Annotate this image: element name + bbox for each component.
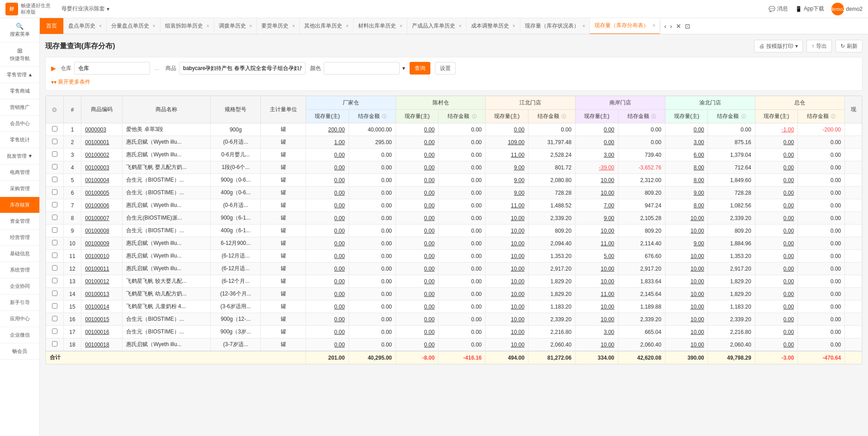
sidebar-item-search[interactable]: 🔍 搜索英单 [0, 18, 39, 42]
row-w2-curr[interactable]: 0.00 [396, 161, 439, 174]
row-w4-curr[interactable]: 0.00 [576, 123, 618, 136]
row-w4-curr[interactable]: 10.00 [576, 225, 618, 237]
row-code[interactable]: 00100009 [81, 237, 123, 250]
row-w2-curr[interactable]: 0.00 [396, 225, 439, 237]
info-icon-2[interactable]: ⓘ [472, 114, 476, 119]
row-w5-curr[interactable]: 10.00 [665, 326, 708, 338]
row-w5-curr[interactable]: 10.00 [665, 275, 708, 288]
row-w5-curr[interactable]: 8.00 [665, 174, 708, 187]
row-w4-curr[interactable]: 10.00 [576, 275, 618, 288]
sidebar-item-nav[interactable]: ⊞ 快捷导航 [0, 42, 39, 67]
row-checkbox[interactable] [46, 123, 64, 136]
row-code[interactable]: 00100013 [81, 288, 123, 300]
row-w3-curr[interactable]: 10.00 [486, 212, 528, 225]
row-w2-curr[interactable]: 0.00 [396, 149, 439, 161]
row-w1-curr[interactable]: 0.00 [306, 300, 349, 313]
tab-close-stock-distribution[interactable]: × [652, 23, 655, 28]
row-w3-curr[interactable]: 11.00 [486, 199, 528, 212]
row-wt-curr[interactable]: 0.00 [755, 237, 798, 250]
row-w5-curr[interactable]: 10.00 [665, 263, 708, 275]
row-wt-curr[interactable]: 0.00 [755, 326, 798, 338]
row-w4-curr[interactable]: 10.00 [576, 338, 618, 352]
row-code[interactable]: 00100010 [81, 250, 123, 263]
message-btn[interactable]: 💬 消息 [769, 5, 788, 13]
print-btn[interactable]: 🖨 按模版打印 ▾ [754, 40, 803, 52]
row-w1-curr[interactable]: 0.00 [306, 338, 349, 352]
row-w1-curr[interactable]: 0.00 [306, 199, 349, 212]
row-w1-curr[interactable]: 0.00 [306, 326, 349, 338]
row-w5-curr[interactable]: 10.00 [665, 338, 708, 352]
tab-requisition[interactable]: 要货单历史 × [257, 18, 300, 34]
sidebar-item-finance[interactable]: 资金管理 [0, 213, 39, 230]
row-w2-curr[interactable]: 0.00 [396, 275, 439, 288]
refresh-btn[interactable]: ↻ 刷新 [835, 40, 863, 52]
row-w4-curr[interactable]: 11.00 [576, 288, 618, 300]
row-w3-curr[interactable]: 9.00 [486, 174, 528, 187]
export-btn[interactable]: ↑ 导出 [807, 40, 832, 52]
tab-close-inventory-history[interactable]: × [99, 23, 102, 28]
row-wt-curr[interactable]: 0.00 [755, 174, 798, 187]
row-w3-curr[interactable]: 10.00 [486, 300, 528, 313]
row-w4-curr[interactable]: 3.00 [576, 149, 618, 161]
sidebar-item-member[interactable]: 会员中心 [0, 116, 39, 132]
tab-close-other-out[interactable]: × [346, 23, 349, 28]
row-w2-curr[interactable]: 0.00 [396, 326, 439, 338]
row-code[interactable]: 00100002 [81, 149, 123, 161]
row-checkbox[interactable] [46, 212, 64, 225]
row-w4-curr[interactable]: 11.00 [576, 237, 618, 250]
row-w4-curr[interactable]: 0.00 [576, 136, 618, 149]
row-wt-curr[interactable]: 0.00 [755, 300, 798, 313]
sidebar-item-retail-stats[interactable]: 零售统计 [0, 132, 39, 148]
tab-close-transfer[interactable]: × [250, 23, 252, 28]
row-checkbox[interactable] [46, 250, 64, 263]
row-w2-curr[interactable]: 0.00 [396, 199, 439, 212]
tab-inventory-history[interactable]: 盘点单历史 × [64, 18, 107, 34]
sidebar-item-wholesale[interactable]: 批发管理 ▼ [0, 148, 39, 164]
row-code[interactable]: 0000003 [81, 123, 123, 136]
row-w2-curr[interactable]: 0.00 [396, 338, 439, 352]
tab-stock-distribution[interactable]: 现存量（库存分布表） × [590, 18, 660, 34]
row-w3-curr[interactable]: 9.00 [486, 187, 528, 199]
row-w4-curr[interactable]: 10.00 [576, 313, 618, 326]
row-w1-curr[interactable]: 0.00 [306, 225, 349, 237]
row-w2-curr[interactable]: 0.00 [396, 313, 439, 326]
row-w5-curr[interactable]: 10.00 [665, 212, 708, 225]
row-wt-curr[interactable]: 0.00 [755, 161, 798, 174]
row-w3-curr[interactable]: 109.00 [486, 136, 528, 149]
tab-nav-next[interactable]: › [668, 22, 674, 31]
row-w4-curr[interactable]: 10.00 [576, 300, 618, 313]
tab-home[interactable]: 首页 [40, 18, 64, 34]
row-w1-curr[interactable]: 0.00 [306, 313, 349, 326]
row-code[interactable]: 00100008 [81, 225, 123, 237]
row-w3-curr[interactable]: 11.00 [486, 149, 528, 161]
row-w5-curr[interactable]: 10.00 [665, 288, 708, 300]
row-wt-curr[interactable]: -1.00 [755, 123, 798, 136]
row-w5-curr[interactable]: 10.00 [665, 225, 708, 237]
tab-product-in[interactable]: 产成品入库单历史 × [407, 18, 467, 34]
sidebar-item-system[interactable]: 系统管理 [0, 262, 39, 278]
row-wt-curr[interactable]: 0.00 [755, 212, 798, 225]
row-code[interactable]: 00100014 [81, 300, 123, 313]
row-code[interactable]: 00100001 [81, 136, 123, 149]
row-w5-curr[interactable]: 0.00 [665, 123, 708, 136]
sidebar-item-app-center[interactable]: 应用中心 [0, 311, 39, 327]
row-w1-curr[interactable]: 200.00 [306, 123, 349, 136]
row-wt-curr[interactable]: 0.00 [755, 288, 798, 300]
row-w1-curr[interactable]: 0.00 [306, 161, 349, 174]
tab-nav-expand[interactable]: ⊡ [683, 22, 692, 31]
row-wt-curr[interactable]: 0.00 [755, 313, 798, 326]
row-w4-curr[interactable]: 5.00 [576, 250, 618, 263]
info-icon-4[interactable]: ⓘ [651, 114, 656, 119]
row-checkbox[interactable] [46, 338, 64, 352]
sidebar-item-guide[interactable]: 新手引导 [0, 295, 39, 311]
row-w5-curr[interactable]: 9.00 [665, 187, 708, 199]
row-w4-curr[interactable]: -39.00 [576, 161, 618, 174]
row-w3-curr[interactable]: 10.00 [486, 288, 528, 300]
row-w1-curr[interactable]: 0.00 [306, 187, 349, 199]
row-checkbox[interactable] [46, 237, 64, 250]
row-w1-curr[interactable]: 0.00 [306, 275, 349, 288]
row-checkbox[interactable] [46, 149, 64, 161]
row-checkbox[interactable] [46, 288, 64, 300]
row-w2-curr[interactable]: 0.00 [396, 237, 439, 250]
tab-assembly[interactable]: 组装拆卸单历史 × [160, 18, 214, 34]
